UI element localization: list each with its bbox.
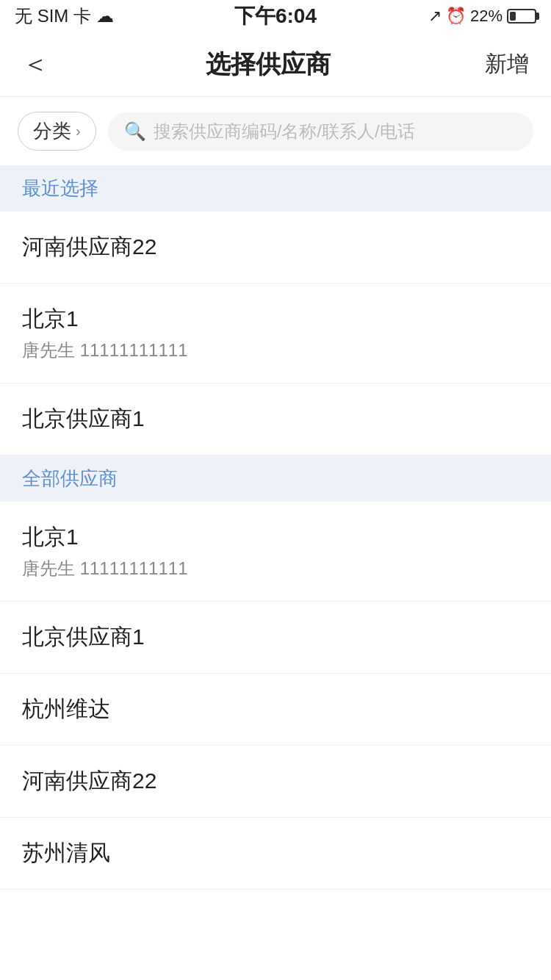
category-button[interactable]: 分类 › (18, 112, 96, 151)
search-icon: 🔍 (124, 121, 146, 142)
recent-section-header: 最近选择 (0, 165, 551, 212)
location-icon: ↗ (428, 7, 442, 26)
battery-icon (507, 9, 536, 24)
item-sub: 唐先生 11111111111 (22, 557, 529, 580)
nav-bar: ＜ 选择供应商 新增 (0, 32, 551, 97)
item-name: 河南供应商22 (22, 766, 529, 796)
back-button[interactable]: ＜ (22, 46, 66, 82)
new-add-button[interactable]: 新增 (470, 49, 529, 79)
search-input-wrap[interactable]: 🔍 搜索供应商编码/名称/联系人/电话 (108, 112, 533, 151)
item-name: 北京1 (22, 522, 529, 552)
list-item[interactable]: 河南供应商22 (0, 746, 551, 818)
item-name: 北京供应商1 (22, 622, 529, 652)
list-item[interactable]: 河南供应商22 (0, 212, 551, 284)
list-item[interactable]: 杭州维达 (0, 674, 551, 746)
search-placeholder: 搜索供应商编码/名称/联系人/电话 (154, 120, 415, 143)
all-section-header: 全部供应商 (0, 455, 551, 502)
list-item[interactable]: 北京供应商1 (0, 602, 551, 674)
category-label: 分类 (33, 118, 71, 144)
page-title: 选择供应商 (206, 48, 331, 82)
item-name: 杭州维达 (22, 694, 529, 724)
item-name: 河南供应商22 (22, 232, 529, 262)
item-name: 北京1 (22, 304, 529, 334)
no-sim-label: 无 SIM 卡 ☁ (15, 4, 114, 28)
list-item[interactable]: 北京1唐先生 11111111111 (0, 284, 551, 383)
item-sub: 唐先生 11111111111 (22, 339, 529, 362)
all-list: 北京1唐先生 11111111111北京供应商1杭州维达河南供应商22苏州清风 (0, 502, 551, 890)
status-time: 下午6:04 (234, 2, 317, 30)
status-right: ↗ ⏰ 22% (428, 7, 536, 26)
status-bar: 无 SIM 卡 ☁ 下午6:04 ↗ ⏰ 22% (0, 0, 551, 32)
item-name: 苏州清风 (22, 838, 529, 868)
alarm-icon: ⏰ (446, 7, 466, 26)
list-item[interactable]: 北京供应商1 (0, 383, 551, 455)
chevron-right-icon: › (76, 123, 81, 140)
list-item[interactable]: 苏州清风 (0, 818, 551, 890)
recent-list: 河南供应商22北京1唐先生 11111111111北京供应商1 (0, 212, 551, 455)
list-item[interactable]: 北京1唐先生 11111111111 (0, 502, 551, 602)
item-name: 北京供应商1 (22, 404, 529, 434)
filter-bar: 分类 › 🔍 搜索供应商编码/名称/联系人/电话 (0, 97, 551, 165)
battery-percent: 22% (470, 7, 503, 26)
status-left: 无 SIM 卡 ☁ (15, 4, 114, 28)
